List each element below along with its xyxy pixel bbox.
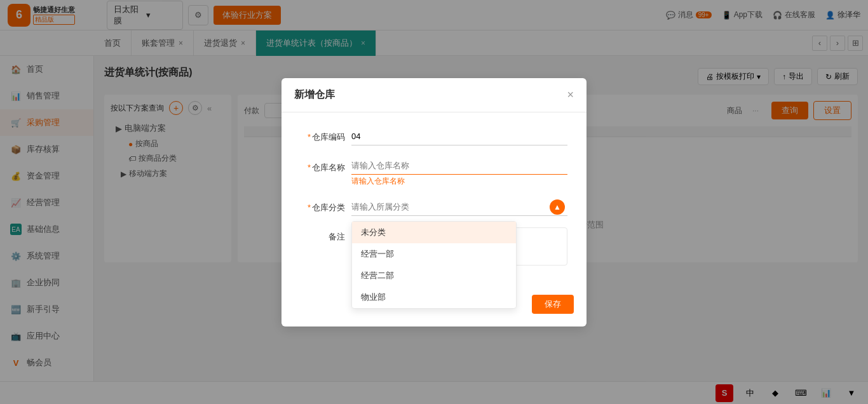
dropdown-option-dept2[interactable]: 经营二部 [352, 265, 516, 286]
dropdown-option-dept1[interactable]: 经营一部 [352, 243, 516, 265]
close-dialog-button[interactable]: × [567, 88, 574, 102]
new-warehouse-dialog: 新增仓库 × *仓库编码 *仓库名称 请输入仓库名称 [281, 78, 587, 327]
dropdown-option-property[interactable]: 物业部 [352, 286, 516, 308]
code-form-row: *仓库编码 [301, 128, 567, 145]
category-dropdown-list: 未分类 经营一部 经营二部 物业部 [351, 221, 517, 309]
category-form-row: *仓库分类 ▲ 未分类 经营一部 经营二部 物业部 [301, 198, 567, 216]
modal-overlay[interactable]: 新增仓库 × *仓库编码 *仓库名称 请输入仓库名称 [0, 0, 868, 404]
code-required-mark: * [308, 132, 311, 142]
name-input[interactable] [351, 157, 567, 175]
name-label: *仓库名称 [301, 158, 351, 173]
save-button[interactable]: 保存 [532, 295, 574, 314]
category-dropdown-arrow[interactable]: ▲ [550, 199, 565, 215]
dropdown-option-unclassified[interactable]: 未分类 [352, 222, 516, 243]
note-label: 备注 [301, 227, 351, 243]
code-label: *仓库编码 [301, 128, 351, 143]
dialog-body: *仓库编码 *仓库名称 请输入仓库名称 *仓库分类 [281, 112, 587, 287]
dialog-title: 新增仓库 [294, 88, 335, 102]
category-label: *仓库分类 [301, 198, 351, 213]
category-input[interactable] [351, 198, 567, 216]
code-input[interactable] [351, 128, 567, 145]
category-select-wrap: ▲ 未分类 经营一部 经营二部 物业部 [351, 198, 567, 216]
dialog-header: 新增仓库 × [281, 78, 587, 112]
name-error-message: 请输入仓库名称 [351, 176, 405, 187]
category-required-mark: * [308, 203, 311, 212]
name-required-mark: * [308, 163, 311, 172]
name-form-row: *仓库名称 请输入仓库名称 [301, 157, 567, 187]
